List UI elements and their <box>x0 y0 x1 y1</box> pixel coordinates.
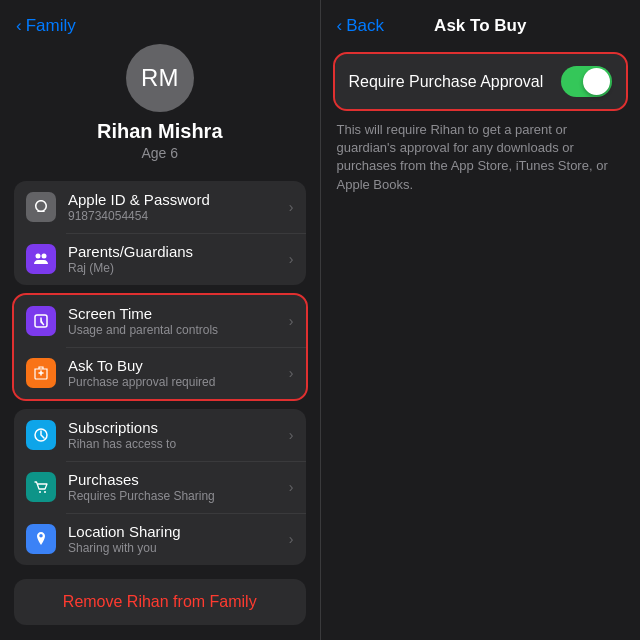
purchases-item[interactable]: Purchases Requires Purchase Sharing › <box>14 461 306 513</box>
ask-to-buy-item[interactable]: Ask To Buy Purchase approval required › <box>14 347 306 399</box>
parents-title: Parents/Guardians <box>68 243 283 260</box>
section-account: Apple ID & Password 918734054454 › Paren… <box>14 181 306 285</box>
user-name: Rihan Mishra <box>97 120 223 143</box>
screen-time-title: Screen Time <box>68 305 283 322</box>
purchases-chevron: › <box>289 479 294 495</box>
location-icon <box>26 524 56 554</box>
location-item[interactable]: Location Sharing Sharing with you › <box>14 513 306 565</box>
ask-to-buy-title: Ask To Buy <box>68 357 283 374</box>
purchases-title: Purchases <box>68 471 283 488</box>
screen-time-item[interactable]: Screen Time Usage and parental controls … <box>14 295 306 347</box>
left-header: ‹ Family RM Rihan Mishra Age 6 <box>0 0 320 181</box>
toggle-label: Require Purchase Approval <box>349 73 544 91</box>
svg-point-4 <box>44 491 46 493</box>
section-controls: Screen Time Usage and parental controls … <box>14 295 306 399</box>
location-text: Location Sharing Sharing with you <box>68 523 283 555</box>
subscriptions-item[interactable]: Subscriptions Rihan has access to › <box>14 409 306 461</box>
right-header: ‹ Back Ask To Buy <box>321 0 641 44</box>
parents-chevron: › <box>289 251 294 267</box>
screen-time-text: Screen Time Usage and parental controls <box>68 305 283 337</box>
avatar: RM <box>126 44 194 112</box>
remove-button[interactable]: Remove Rihan from Family <box>14 579 306 625</box>
user-age: Age 6 <box>141 145 178 161</box>
screen-time-subtitle: Usage and parental controls <box>68 323 283 337</box>
right-back-label: Back <box>346 16 384 36</box>
apple-id-subtitle: 918734054454 <box>68 209 283 223</box>
subscriptions-title: Subscriptions <box>68 419 283 436</box>
subscriptions-subtitle: Rihan has access to <box>68 437 283 451</box>
parents-text: Parents/Guardians Raj (Me) <box>68 243 283 275</box>
remove-label: Remove Rihan from Family <box>63 593 257 610</box>
ask-to-buy-chevron: › <box>289 365 294 381</box>
back-chevron-icon: ‹ <box>16 16 22 36</box>
right-back-button[interactable]: ‹ Back <box>337 16 384 36</box>
apple-id-icon <box>26 192 56 222</box>
apple-id-chevron: › <box>289 199 294 215</box>
svg-point-0 <box>36 254 41 259</box>
require-approval-toggle[interactable] <box>561 66 612 97</box>
subscriptions-chevron: › <box>289 427 294 443</box>
purchases-icon <box>26 472 56 502</box>
purchases-text: Purchases Requires Purchase Sharing <box>68 471 283 503</box>
purchases-subtitle: Requires Purchase Sharing <box>68 489 283 503</box>
ask-to-buy-icon <box>26 358 56 388</box>
avatar-initials: RM <box>141 64 178 92</box>
location-chevron: › <box>289 531 294 547</box>
screen-time-icon <box>26 306 56 336</box>
left-panel: ‹ Family RM Rihan Mishra Age 6 Apple ID … <box>0 0 320 640</box>
back-label: Family <box>26 16 76 36</box>
ask-to-buy-text: Ask To Buy Purchase approval required <box>68 357 283 389</box>
parents-subtitle: Raj (Me) <box>68 261 283 275</box>
location-subtitle: Sharing with you <box>68 541 283 555</box>
svg-point-1 <box>42 254 47 259</box>
subscriptions-text: Subscriptions Rihan has access to <box>68 419 283 451</box>
apple-id-item[interactable]: Apple ID & Password 918734054454 › <box>14 181 306 233</box>
require-approval-toggle-row[interactable]: Require Purchase Approval <box>335 54 627 109</box>
parents-item[interactable]: Parents/Guardians Raj (Me) › <box>14 233 306 285</box>
screen-time-chevron: › <box>289 313 294 329</box>
subscriptions-icon <box>26 420 56 450</box>
svg-point-3 <box>39 491 41 493</box>
apple-id-title: Apple ID & Password <box>68 191 283 208</box>
right-panel: ‹ Back Ask To Buy Require Purchase Appro… <box>321 0 641 640</box>
description-text: This will require Rihan to get a parent … <box>335 121 627 194</box>
right-content: Require Purchase Approval This will requ… <box>321 44 641 204</box>
parents-icon <box>26 244 56 274</box>
ask-to-buy-subtitle: Purchase approval required <box>68 375 283 389</box>
right-back-chevron-icon: ‹ <box>337 16 343 36</box>
section-sharing: Subscriptions Rihan has access to › Purc… <box>14 409 306 565</box>
location-title: Location Sharing <box>68 523 283 540</box>
apple-id-text: Apple ID & Password 918734054454 <box>68 191 283 223</box>
family-back-button[interactable]: ‹ Family <box>16 16 76 36</box>
right-page-title: Ask To Buy <box>434 16 526 36</box>
